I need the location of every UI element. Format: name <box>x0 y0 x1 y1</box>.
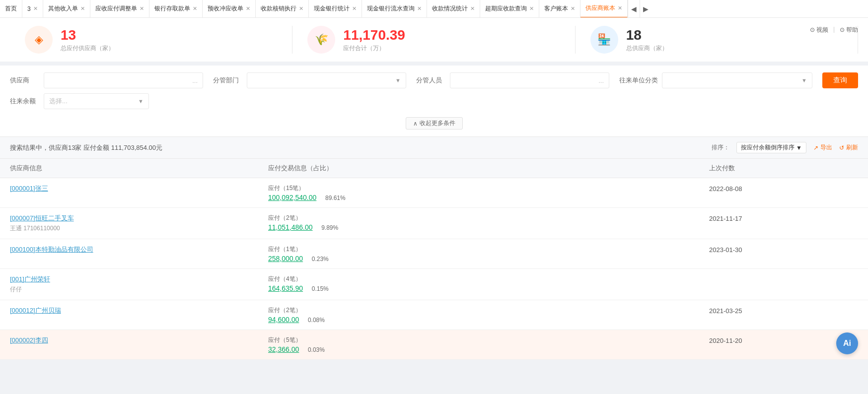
nav-tab-prepay-offset[interactable]: 预收冲应收单 ✕ <box>203 0 256 18</box>
table-scroll[interactable]: [000001]张三 应付（15笔） 100,092,540.00 89.61%… <box>0 178 868 360</box>
filter-category: 往来单位分类 ▼ <box>619 72 812 88</box>
video-link[interactable]: ⊙视频 <box>810 26 828 34</box>
help-link[interactable]: ⊙帮助 <box>840 26 858 34</box>
ai-assistant-button[interactable]: Ai <box>836 332 858 354</box>
sort-button[interactable]: 按应付余额倒序排序 ▼ <box>736 142 806 153</box>
payable-icon: 🌾 <box>307 26 335 54</box>
payable-info-4: 应付（2笔） 94,600.00 0.08% <box>268 306 709 324</box>
payable-info-1: 应付（2笔） 11,051,486.00 9.89% <box>268 214 709 231</box>
filter-person: 分管人员 ... <box>416 72 609 88</box>
payable-pct-1: 9.89% <box>321 224 338 231</box>
summary-card-suppliers: ◈ 13 总应付供应商（家） <box>10 26 292 54</box>
chevron-down-icon: ▼ <box>138 98 144 104</box>
close-icon[interactable]: ✕ <box>529 5 534 12</box>
balance-filter-select[interactable]: 选择... ▼ <box>44 93 149 109</box>
summary-card-payable: 🌾 11,170.39 应付合计（万） <box>292 26 575 54</box>
close-icon[interactable]: ✕ <box>33 5 38 12</box>
result-right-actions: 排序： 按应付余额倒序排序 ▼ ↗ 导出 ↺ 刷新 <box>712 142 858 153</box>
payable-label-0: 应付（15笔） <box>268 184 709 193</box>
close-icon[interactable]: ✕ <box>246 5 250 12</box>
nav-tab-bank-deposit[interactable]: 银行存取款单 ✕ <box>149 0 203 18</box>
store-icon: 🏪 <box>590 26 618 54</box>
payable-amount-3[interactable]: 164,635.90 <box>268 284 303 292</box>
close-icon[interactable]: ✕ <box>417 5 422 12</box>
filter-section: 供应商 ... 分管部门 ▼ 分管人员 ... 往来单位分类 ▼ 查询 <box>0 66 868 137</box>
payable-label-3: 应付（4笔） <box>268 275 709 283</box>
sort-label: 排序： <box>712 143 729 152</box>
filter-balance: 往来余额 选择... ▼ <box>10 93 149 109</box>
payable-pct-0: 89.61% <box>325 195 346 201</box>
refresh-button[interactable]: ↺ 刷新 <box>839 143 858 152</box>
last-pay-date-3 <box>709 275 858 276</box>
summary-content-total-suppliers: 18 总供应商（家） <box>626 27 668 53</box>
nav-tab-overdue-ar[interactable]: 超期应收款查询 ✕ <box>480 0 539 18</box>
supplier-link-1[interactable]: [000007]恒旺二手叉车 <box>10 214 268 223</box>
payable-amount-0[interactable]: 100,092,540.00 <box>268 194 316 201</box>
nav-tab-receipt-stat[interactable]: 收款情况统计 ✕ <box>427 0 480 18</box>
payable-amount-1[interactable]: 11,051,486.00 <box>268 223 313 231</box>
supplier-contact-3: 仔仔 <box>10 285 268 294</box>
supplier-link-2[interactable]: [000100]本特勤油品有限公司 <box>10 245 268 254</box>
total-payable-amount-number: 11,170.39 <box>343 27 405 44</box>
supplier-link-3[interactable]: [001]广州荣轩 <box>10 275 268 284</box>
payable-amount-4[interactable]: 94,600.00 <box>268 316 299 324</box>
close-icon[interactable]: ✕ <box>140 5 144 12</box>
dept-filter-label: 分管部门 <box>213 76 243 85</box>
nav-tab-cash-bank-query[interactable]: 现金银行流水查询 ✕ <box>362 0 427 18</box>
close-icon[interactable]: ✕ <box>571 5 575 12</box>
filter-row-1: 供应商 ... 分管部门 ▼ 分管人员 ... 往来单位分类 ▼ 查询 <box>10 72 858 88</box>
table-row: [000012]广州贝瑞 应付（2笔） 94,600.00 0.08% 2021… <box>0 300 868 330</box>
nav-tab-supplier-book[interactable]: 供应商账本 ✕ <box>580 0 628 18</box>
close-icon[interactable]: ✕ <box>470 5 475 12</box>
result-summary-text: 搜索结果中，供应商13家 应付金额 111,703,854.00元 <box>10 143 162 152</box>
table-row: [000001]张三 应付（15笔） 100,092,540.00 89.61%… <box>0 178 868 208</box>
payable-pct-3: 0.15% <box>312 285 329 292</box>
top-right-links: ⊙视频 | ⊙帮助 <box>810 26 858 34</box>
close-icon[interactable]: ✕ <box>80 5 85 12</box>
supplier-link-0[interactable]: [000001]张三 <box>10 184 268 193</box>
nav-tab-ar-ap-adjust[interactable]: 应收应付调整单 ✕ <box>90 0 149 18</box>
nav-tab-home[interactable]: 首页 <box>0 0 22 18</box>
collapse-button[interactable]: ∧ 收起更多条件 <box>406 117 463 130</box>
supplier-info-4: [000012]广州贝瑞 <box>10 306 268 317</box>
collapse-bar: ∧ 收起更多条件 <box>10 114 858 130</box>
payable-info-0: 应付（15笔） 100,092,540.00 89.61% <box>268 184 709 201</box>
export-button[interactable]: ↗ 导出 <box>813 143 832 152</box>
col-header-payable: 应付交易信息（占比） <box>268 164 709 173</box>
nav-prev-arrow[interactable]: ◀ <box>628 0 640 18</box>
chevron-down-icon: ▼ <box>796 144 802 151</box>
nav-tab-cash-bank-stat[interactable]: 现金银行统计 ✕ <box>309 0 362 18</box>
supplier-link-4[interactable]: [000012]广州贝瑞 <box>10 306 268 315</box>
person-filter-input[interactable]: ... <box>450 72 609 88</box>
total-suppliers-number: 18 <box>626 27 668 44</box>
nav-next-arrow[interactable]: ▶ <box>640 0 651 18</box>
payable-amount-5[interactable]: 32,366.00 <box>268 345 299 353</box>
payable-info-2: 应付（1笔） 258,000.00 0.23% <box>268 245 709 263</box>
category-filter-select[interactable]: ▼ <box>662 72 812 88</box>
payable-amount-2[interactable]: 258,000.00 <box>268 255 303 263</box>
close-icon[interactable]: ✕ <box>193 5 197 12</box>
payable-label-4: 应付（2笔） <box>268 306 709 315</box>
last-pay-date-0: 2022-08-08 <box>709 184 858 193</box>
supplier-info-5: [000002]李四 <box>10 336 268 346</box>
chevron-up-icon: ∧ <box>413 120 418 127</box>
supplier-link-5[interactable]: [000002]李四 <box>10 336 268 345</box>
close-icon[interactable]: ✕ <box>352 5 357 12</box>
close-icon[interactable]: ✕ <box>299 5 303 12</box>
nav-tab-customer-book[interactable]: 客户账本 ✕ <box>539 0 580 18</box>
table-container: 供应商信息 应付交易信息（占比） 上次付数 [000001]张三 应付（15笔）… <box>0 159 868 360</box>
supplier-filter-input[interactable]: ... <box>44 72 203 88</box>
table-row: [000002]李四 应付（5笔） 32,366.00 0.03% 2020-1… <box>0 330 868 360</box>
payable-pct-4: 0.08% <box>308 317 325 324</box>
last-pay-date-1: 2021-11-17 <box>709 214 858 222</box>
query-button[interactable]: 查询 <box>822 72 858 88</box>
dept-filter-select[interactable]: ▼ <box>247 72 406 88</box>
nav-tab-other-income[interactable]: 其他收入单 ✕ <box>43 0 90 18</box>
total-payable-amount-label: 应付合计（万） <box>343 44 405 53</box>
payable-info-3: 应付（4笔） 164,635.90 0.15% <box>268 275 709 292</box>
supplier-info-3: [001]广州荣轩 仔仔 <box>10 275 268 294</box>
close-icon[interactable]: ✕ <box>618 5 622 11</box>
nav-tab-3[interactable]: 3 ✕ <box>22 0 43 18</box>
nav-tab-receipt-verify[interactable]: 收款核销执行 ✕ <box>256 0 309 18</box>
category-filter-label: 往来单位分类 <box>619 76 658 85</box>
